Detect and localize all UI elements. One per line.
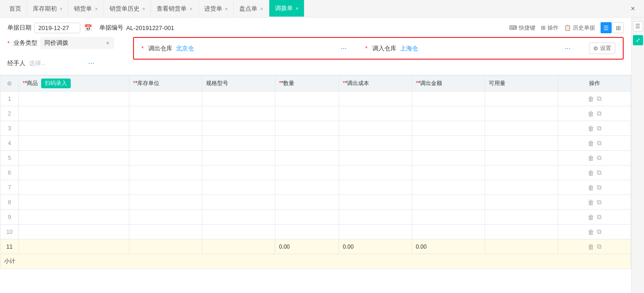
row-qty-3[interactable]: [275, 121, 339, 136]
sidebar-expand-icon[interactable]: ⤢: [633, 35, 643, 45]
row-qty-8[interactable]: [275, 195, 339, 210]
row-product-5[interactable]: [19, 151, 129, 165]
layout-list-icon[interactable]: ☰: [601, 22, 612, 33]
row-product-10[interactable]: [19, 225, 129, 239]
tab-view-sales-close[interactable]: ×: [189, 6, 192, 12]
tab-sales-order-close[interactable]: ×: [95, 6, 97, 12]
row-delete-icon-6[interactable]: 🗑: [588, 169, 594, 177]
row-copy-icon-6[interactable]: ⧉: [597, 169, 601, 177]
scan-entry-btn[interactable]: 扫码录入: [41, 79, 71, 88]
row-spec-6[interactable]: [202, 165, 275, 180]
settings-button[interactable]: ⚙ 设置: [589, 43, 615, 54]
row-qty-6[interactable]: [275, 165, 339, 180]
warehouse-in-ellipsis-btn[interactable]: ···: [565, 45, 571, 52]
tab-inventory-init[interactable]: 库存期初 ×: [27, 0, 68, 18]
row-available-6[interactable]: [485, 165, 558, 180]
tab-purchase-order[interactable]: 进货单 ×: [199, 0, 234, 18]
row-cost-10[interactable]: [339, 225, 412, 239]
history-btn[interactable]: 📋 历史单据: [564, 24, 595, 32]
row-delete-icon-8[interactable]: 🗑: [588, 199, 594, 206]
row-copy-icon-4[interactable]: ⧉: [597, 139, 601, 147]
row-unit-5[interactable]: [129, 151, 202, 165]
row-available-4[interactable]: [485, 136, 558, 151]
sidebar-list-icon[interactable]: ☰: [633, 21, 643, 31]
row-delete-icon-5[interactable]: 🗑: [588, 154, 594, 162]
row-product-8[interactable]: [19, 195, 129, 210]
row-unit-8[interactable]: [129, 195, 202, 210]
row-qty-5[interactable]: [275, 151, 339, 165]
row-qty-1[interactable]: [275, 92, 339, 106]
doc-date-input[interactable]: 2019-12-27: [34, 23, 80, 33]
row-delete-icon-1[interactable]: 🗑: [588, 95, 594, 103]
row-qty-4[interactable]: [275, 136, 339, 151]
row-cost-1[interactable]: [339, 92, 412, 106]
row-available-3[interactable]: [485, 121, 558, 136]
row-qty-7[interactable]: [275, 180, 339, 195]
subtotal-copy-icon[interactable]: ⧉: [597, 243, 601, 250]
row-amount-2[interactable]: [412, 106, 485, 121]
handler-input[interactable]: 选择...: [29, 59, 85, 67]
row-cost-6[interactable]: [339, 165, 412, 180]
row-unit-9[interactable]: [129, 210, 202, 225]
row-product-6[interactable]: [19, 165, 129, 180]
row-copy-icon-1[interactable]: ⧉: [597, 95, 601, 103]
biz-type-select[interactable]: 同价调拨 ▼: [40, 37, 114, 49]
row-unit-6[interactable]: [129, 165, 202, 180]
row-cost-5[interactable]: [339, 151, 412, 165]
row-cost-9[interactable]: [339, 210, 412, 225]
row-spec-2[interactable]: [202, 106, 275, 121]
row-cost-2[interactable]: [339, 106, 412, 121]
row-unit-1[interactable]: [129, 92, 202, 106]
tab-sales-history-close[interactable]: ×: [142, 6, 145, 12]
row-delete-icon-9[interactable]: 🗑: [588, 214, 594, 221]
warehouse-out-value[interactable]: 北京仓: [176, 44, 194, 53]
handler-ellipsis-btn[interactable]: ···: [88, 60, 94, 67]
row-qty-9[interactable]: [275, 210, 339, 225]
layout-grid-icon[interactable]: ⊞: [613, 22, 624, 33]
row-available-10[interactable]: [485, 225, 558, 239]
warehouse-in-value[interactable]: 上海仓: [400, 44, 418, 53]
row-product-4[interactable]: [19, 136, 129, 151]
row-copy-icon-5[interactable]: ⧉: [597, 154, 601, 162]
row-delete-icon-3[interactable]: 🗑: [588, 125, 594, 132]
row-qty-2[interactable]: [275, 106, 339, 121]
row-available-9[interactable]: [485, 210, 558, 225]
row-cost-8[interactable]: [339, 195, 412, 210]
row-product-7[interactable]: [19, 180, 129, 195]
row-unit-2[interactable]: [129, 106, 202, 121]
row-amount-6[interactable]: [412, 165, 485, 180]
row-copy-icon-8[interactable]: ⧉: [597, 198, 601, 206]
row-available-7[interactable]: [485, 180, 558, 195]
tab-inventory-check-close[interactable]: ×: [260, 6, 263, 12]
tab-view-sales[interactable]: 查看销货单 ×: [151, 0, 198, 18]
tab-transfer[interactable]: 调拨单 ×: [269, 0, 304, 18]
row-amount-4[interactable]: [412, 136, 485, 151]
row-copy-icon-3[interactable]: ⧉: [597, 124, 601, 132]
row-copy-icon-10[interactable]: ⧉: [597, 228, 601, 236]
row-available-8[interactable]: [485, 195, 558, 210]
col-gear[interactable]: ⚙: [0, 76, 19, 92]
row-unit-7[interactable]: [129, 180, 202, 195]
row-copy-icon-9[interactable]: ⧉: [597, 213, 601, 221]
row-delete-icon-10[interactable]: 🗑: [588, 228, 594, 236]
row-product-9[interactable]: [19, 210, 129, 225]
row-spec-1[interactable]: [202, 92, 275, 106]
tab-inventory-init-close[interactable]: ×: [60, 6, 62, 12]
row-amount-3[interactable]: [412, 121, 485, 136]
row-delete-icon-4[interactable]: 🗑: [588, 140, 594, 147]
tab-home[interactable]: 首页: [4, 0, 27, 18]
row-amount-8[interactable]: [412, 195, 485, 210]
row-unit-4[interactable]: [129, 136, 202, 151]
window-close-button[interactable]: ×: [626, 1, 640, 16]
tab-sales-order[interactable]: 销货单 ×: [68, 0, 103, 18]
row-amount-10[interactable]: [412, 225, 485, 239]
gear-icon[interactable]: ⚙: [7, 80, 12, 87]
row-available-2[interactable]: [485, 106, 558, 121]
row-unit-10[interactable]: [129, 225, 202, 239]
row-cost-4[interactable]: [339, 136, 412, 151]
shortcut-btn[interactable]: ⌨ 快捷键: [509, 24, 535, 32]
row-spec-5[interactable]: [202, 151, 275, 165]
row-product-1[interactable]: [19, 92, 129, 106]
tab-inventory-check[interactable]: 盘点单 ×: [234, 0, 269, 18]
row-delete-icon-2[interactable]: 🗑: [588, 110, 594, 117]
